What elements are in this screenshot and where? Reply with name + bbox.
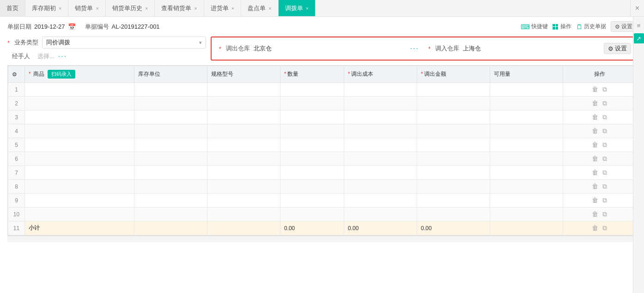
tab-close-sales-order[interactable]: ×	[96, 6, 98, 11]
tab-inventory-check[interactable]: 盘点单 ×	[241, 0, 278, 16]
person-more-button[interactable]: ···	[58, 52, 67, 61]
copy-icon[interactable]: ⧉	[602, 141, 607, 148]
window-close-button[interactable]: ×	[630, 0, 644, 16]
product-cell[interactable]	[25, 194, 134, 208]
qty-cell[interactable]	[280, 152, 344, 166]
tab-view-sales[interactable]: 查看销货单 ×	[155, 0, 204, 16]
copy-icon[interactable]: ⧉	[602, 196, 607, 204]
copy-icon[interactable]: ⧉	[602, 99, 607, 107]
copy-icon[interactable]: ⧉	[602, 224, 607, 232]
product-cell[interactable]	[25, 166, 134, 180]
product-cell[interactable]	[25, 83, 134, 97]
warehouse-out-more-button[interactable]: ···	[410, 44, 419, 53]
unit-cell[interactable]	[134, 180, 207, 194]
cost-cell[interactable]	[344, 152, 417, 166]
qty-cell[interactable]	[280, 97, 344, 110]
delete-icon[interactable]: 🗑	[592, 141, 598, 148]
tab-close-view-sales[interactable]: ×	[194, 6, 197, 11]
qty-cell[interactable]	[280, 166, 344, 180]
spec-cell[interactable]	[207, 194, 280, 208]
tab-close-purchase-order[interactable]: ×	[231, 6, 234, 11]
copy-icon[interactable]: ⧉	[602, 85, 607, 93]
gear-settings-icon[interactable]: ⚙	[12, 71, 17, 78]
tab-home[interactable]: 首页	[0, 0, 25, 16]
delete-icon[interactable]: 🗑	[592, 196, 598, 204]
spec-cell[interactable]	[207, 166, 280, 180]
warehouse-settings-button[interactable]: ⚙ 设置	[604, 43, 631, 54]
copy-icon[interactable]: ⧉	[602, 127, 607, 134]
amount-cell[interactable]	[417, 194, 490, 208]
product-cell[interactable]	[25, 208, 134, 221]
cost-cell[interactable]	[344, 110, 417, 124]
delete-icon[interactable]: 🗑	[592, 85, 598, 93]
tab-close-sales-history[interactable]: ×	[145, 6, 148, 11]
cost-cell[interactable]	[344, 180, 417, 194]
spec-cell[interactable]	[207, 110, 280, 124]
delete-icon[interactable]: 🗑	[592, 183, 598, 190]
unit-cell[interactable]	[134, 110, 207, 124]
unit-cell[interactable]	[134, 97, 207, 110]
unit-cell[interactable]	[134, 83, 207, 97]
scroll-area[interactable]	[7, 236, 637, 242]
cost-cell[interactable]	[344, 138, 417, 152]
unit-cell[interactable]	[134, 124, 207, 138]
scan-input-button[interactable]: 扫码录入	[48, 70, 75, 79]
delete-icon[interactable]: 🗑	[592, 127, 598, 134]
tab-close-inventory-init[interactable]: ×	[59, 6, 61, 11]
spec-cell[interactable]	[207, 208, 280, 221]
qty-cell[interactable]	[280, 208, 344, 221]
delete-icon[interactable]: 🗑	[592, 210, 598, 218]
spec-cell[interactable]	[207, 180, 280, 194]
cost-cell[interactable]	[344, 208, 417, 221]
spec-cell[interactable]	[207, 152, 280, 166]
shortcut-button[interactable]: ⌨ 快捷键	[521, 23, 548, 31]
amount-cell[interactable]	[417, 152, 490, 166]
copy-icon[interactable]: ⧉	[602, 210, 607, 218]
qty-cell[interactable]	[280, 138, 344, 152]
unit-cell[interactable]	[134, 166, 207, 180]
qty-cell[interactable]	[280, 194, 344, 208]
product-cell[interactable]	[25, 152, 134, 166]
cost-cell[interactable]	[344, 83, 417, 97]
sidebar-expand-icon[interactable]: ↗	[634, 33, 644, 43]
unit-cell[interactable]	[134, 208, 207, 221]
sidebar-list-icon[interactable]: ≡	[634, 20, 644, 31]
delete-icon[interactable]: 🗑	[592, 155, 598, 162]
cost-cell[interactable]	[344, 194, 417, 208]
amount-cell[interactable]	[417, 97, 490, 110]
amount-cell[interactable]	[417, 166, 490, 180]
col-gear[interactable]: ⚙	[8, 66, 25, 83]
spec-cell[interactable]	[207, 138, 280, 152]
delete-icon[interactable]: 🗑	[592, 113, 598, 121]
copy-icon[interactable]: ⧉	[602, 113, 607, 121]
amount-cell[interactable]	[417, 110, 490, 124]
unit-cell[interactable]	[134, 194, 207, 208]
business-type-select[interactable]: 同价调拨 ▾	[42, 37, 206, 49]
product-cell[interactable]	[25, 124, 134, 138]
operation-button[interactable]: 操作	[553, 23, 571, 31]
delete-icon[interactable]: 🗑	[592, 224, 598, 232]
amount-cell[interactable]	[417, 208, 490, 221]
tab-close-transfer-order[interactable]: ×	[306, 6, 309, 11]
spec-cell[interactable]	[207, 83, 280, 97]
tab-close-inventory-check[interactable]: ×	[268, 6, 271, 11]
delete-icon[interactable]: 🗑	[592, 99, 598, 107]
amount-cell[interactable]	[417, 138, 490, 152]
copy-icon[interactable]: ⧉	[602, 155, 607, 162]
tab-sales-history[interactable]: 销货单历史 ×	[106, 0, 155, 16]
tab-transfer-order[interactable]: 调拨单 ×	[279, 0, 316, 16]
qty-cell[interactable]	[280, 124, 344, 138]
amount-cell[interactable]	[417, 83, 490, 97]
amount-cell[interactable]	[417, 124, 490, 138]
calendar-icon[interactable]: 📅	[68, 23, 76, 31]
tab-inventory-init[interactable]: 库存期初 ×	[25, 0, 68, 16]
cost-cell[interactable]	[344, 97, 417, 110]
person-input[interactable]: 选择...	[37, 52, 55, 61]
qty-cell[interactable]	[280, 110, 344, 124]
product-cell[interactable]	[25, 138, 134, 152]
qty-cell[interactable]	[280, 180, 344, 194]
tab-sales-order[interactable]: 销货单 ×	[68, 0, 105, 16]
unit-cell[interactable]	[134, 152, 207, 166]
spec-cell[interactable]	[207, 97, 280, 110]
copy-icon[interactable]: ⧉	[602, 183, 607, 190]
